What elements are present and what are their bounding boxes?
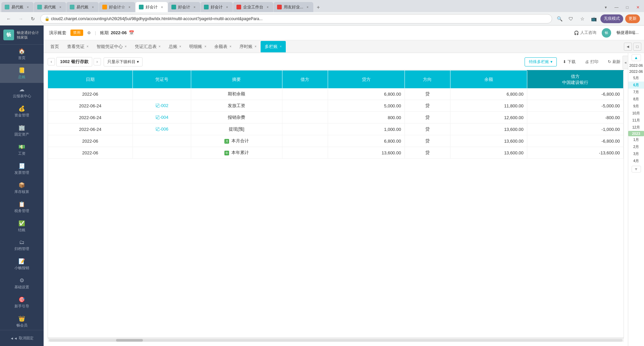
tab-sequential-close[interactable]: × <box>255 45 257 48</box>
update-button[interactable]: 更新 <box>625 14 640 23</box>
date-entry-oct[interactable]: 10月 <box>628 110 644 117</box>
date-scroll-down[interactable]: ▼ <box>632 166 641 172</box>
browser-tab-3[interactable]: 易代账 × <box>66 2 99 12</box>
tab-view-voucher[interactable]: 查看凭证 × <box>63 41 93 52</box>
date-scroll-up[interactable]: ▲ <box>632 54 641 61</box>
tab-voucher-summary[interactable]: 凭证汇总表 × <box>131 41 165 52</box>
tab-general-ledger-close[interactable]: × <box>179 45 181 48</box>
browser-tab-4[interactable]: 好会计☆ × <box>99 2 135 12</box>
tab-detailed-ledger[interactable]: 明细账 × <box>185 41 210 52</box>
sidebar-item-close-account[interactable]: ✅ 结账 <box>0 217 44 236</box>
forward-button[interactable]: → <box>16 14 25 23</box>
browser-tab-6[interactable]: 好会计 × <box>168 2 200 12</box>
refresh-button[interactable]: ↻ 刷新 <box>604 58 624 66</box>
no-trace-button[interactable]: 无痕模式 <box>600 14 623 23</box>
tab-smart-voucher-close[interactable]: × <box>125 45 127 48</box>
browser-tab-7[interactable]: 好会计 × <box>201 2 233 12</box>
shield-icon[interactable]: 🛡 <box>566 14 576 23</box>
tab-view-voucher-close[interactable]: × <box>87 45 89 48</box>
consult-button[interactable]: 🎧 人工咨询 <box>574 30 596 36</box>
maximize-button[interactable]: □ <box>623 3 632 12</box>
url-bar[interactable]: 🔒 cloud2.chanjet.com/accounting/uh26t264… <box>40 14 552 23</box>
tab-close-9[interactable]: × <box>305 5 310 9</box>
date-entry-2022-06-top1[interactable]: 2022-06 <box>628 62 644 68</box>
close-window-button[interactable]: ✕ <box>633 3 643 12</box>
tab-close-5[interactable]: × <box>160 5 164 9</box>
scroll-thumb[interactable] <box>116 339 143 342</box>
tab-expand-right[interactable]: □ <box>633 43 641 51</box>
tab-close-4[interactable]: × <box>127 5 132 9</box>
print-button[interactable]: 🖨 打印 <box>582 58 602 66</box>
sidebar-item-fixed-assets[interactable]: 🏢 固定资产 <box>0 121 44 140</box>
scroll-track[interactable] <box>49 339 623 342</box>
date-entry-nov[interactable]: 11月 <box>628 117 644 124</box>
sidebar-item-inventory[interactable]: 📦 库存核算 <box>0 179 44 198</box>
sidebar-item-home[interactable]: 🏠 首页 <box>0 45 44 64</box>
tab-close-2[interactable]: × <box>58 5 63 9</box>
account-prev-button[interactable]: ‹ <box>48 58 55 65</box>
browser-tab-9[interactable]: 用友好业... × <box>274 2 313 12</box>
tab-close-8[interactable]: × <box>265 5 270 9</box>
download-button[interactable]: ⬇ 下载 <box>559 58 579 66</box>
search-icon[interactable]: 🔍 <box>555 14 564 23</box>
sidebar-item-vip[interactable]: 👑 畅会员 <box>0 312 44 330</box>
sidebar-item-archive[interactable]: 🗂 归档管理 <box>0 236 44 255</box>
browser-tab-2[interactable]: 易代账 × <box>34 2 66 12</box>
tab-general-ledger[interactable]: 总账 × <box>165 41 185 52</box>
cell-voucher-4[interactable]: 记-006 <box>132 123 191 135</box>
browser-tab-8[interactable]: 企业工作台 × <box>233 2 273 12</box>
date-entry-july[interactable]: 7月 <box>628 89 644 96</box>
back-button[interactable]: ← <box>4 14 13 23</box>
sidebar-item-fund[interactable]: 💰 资金管理 <box>0 102 44 121</box>
sidebar-item-tax[interactable]: 📋 税务管理 <box>0 198 44 217</box>
date-entry-dec[interactable]: 12月 <box>628 124 644 131</box>
tab-balance-close[interactable]: × <box>229 45 231 48</box>
horizontal-scrollbar[interactable] <box>48 338 624 342</box>
date-entry-feb[interactable]: 2月 <box>628 143 644 150</box>
cell-voucher-2[interactable]: 记-002 <box>132 100 191 112</box>
date-entry-mar[interactable]: 3月 <box>628 150 644 157</box>
date-entry-apr[interactable]: 4月 <box>628 157 644 164</box>
tab-close-3[interactable]: × <box>91 5 95 9</box>
panel-collapse-button[interactable]: ◄ <box>623 56 628 69</box>
tab-smart-voucher[interactable]: 智能凭证中心 × <box>93 41 131 52</box>
special-multi-button[interactable]: 特殊多栏账 ▾ <box>525 57 557 66</box>
date-entry-2022-06-top2[interactable]: 2022-06 <box>628 68 644 75</box>
browser-tab-5[interactable]: 好会计 × <box>136 2 168 12</box>
tab-close-7[interactable]: × <box>225 5 229 9</box>
tab-balance-sheet[interactable]: 余额表 × <box>210 41 235 52</box>
date-entry-sep[interactable]: 9月 <box>628 103 644 110</box>
sidebar-item-cloud-report[interactable]: ☁ 云报表中心 <box>0 83 44 102</box>
sidebar-item-invoice[interactable]: 🧾 发票管理 <box>0 159 44 179</box>
tab-detailed-ledger-close[interactable]: × <box>204 45 206 48</box>
tab-multi-column-close[interactable]: × <box>280 45 282 48</box>
browser-tab-1[interactable]: 易代账 × <box>1 2 34 12</box>
account-next-button[interactable]: › <box>94 58 101 65</box>
cast-icon[interactable]: 📺 <box>589 14 598 23</box>
reload-button[interactable]: ↻ <box>28 14 38 23</box>
tab-home[interactable]: 首页 <box>46 41 63 52</box>
calendar-icon[interactable]: 📅 <box>129 30 134 35</box>
sidebar-item-expense[interactable]: 📝 小畅报销 <box>0 255 44 274</box>
minimize-button[interactable]: — <box>612 3 621 12</box>
date-entry-june[interactable]: 6月 <box>628 82 644 89</box>
settings-gear-icon[interactable]: ⚙ <box>87 31 91 35</box>
unpin-button[interactable]: ◄◄ 取消固定 <box>0 334 44 343</box>
sidebar-item-ledger[interactable]: 📒 总账 <box>0 64 44 83</box>
cell-voucher-3[interactable]: 记-004 <box>132 112 191 123</box>
tab-sequential-ledger[interactable]: 序时账 × <box>235 41 261 52</box>
star-icon[interactable]: ☆ <box>578 14 587 23</box>
sidebar-item-guide[interactable]: 🎯 新手引导 <box>0 293 44 312</box>
date-entry-jan[interactable]: 1月 <box>628 136 644 143</box>
date-entry-aug[interactable]: 8月 <box>628 96 644 103</box>
date-entry-year-2023[interactable]: 2023 <box>628 131 644 136</box>
new-tab-button[interactable]: + <box>314 3 323 12</box>
sidebar-item-salary[interactable]: 💵 工资 <box>0 140 44 159</box>
tab-collapse-left[interactable]: ◄ <box>624 43 632 51</box>
sidebar-item-settings[interactable]: ⚙ 基础设置 <box>0 274 44 293</box>
date-entry-may[interactable]: 5月 <box>628 75 644 82</box>
tab-list-button[interactable]: ▾ <box>601 3 610 12</box>
tab-multi-column[interactable]: 多栏账 × <box>261 41 286 52</box>
filter-button[interactable]: 只显示下级科目 ▾ <box>104 57 143 66</box>
tab-close-6[interactable]: × <box>192 5 197 9</box>
